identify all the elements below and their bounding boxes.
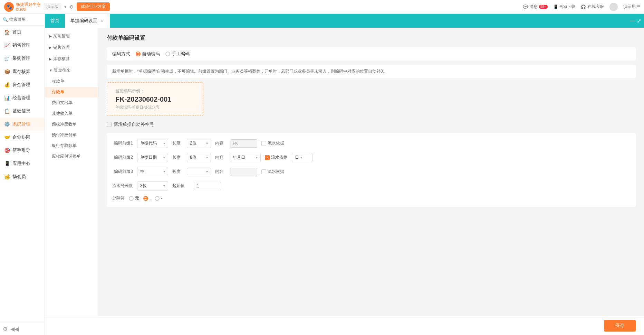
inventory-icon: 📦 — [4, 69, 10, 74]
sidebar-item-basic[interactable]: 📋 基础信息 — [0, 104, 45, 118]
sub-item-ap-adjustment[interactable]: 应收应付调整单 — [45, 151, 98, 162]
tab-bar-actions: — ⤢ — [630, 18, 644, 24]
auto-encode-radio-circle — [136, 52, 141, 56]
home-icon: 🏠 — [4, 29, 10, 35]
save-button[interactable]: 保存 — [604, 320, 636, 332]
prefix1-select[interactable]: 单据代码 ▾ — [137, 139, 168, 148]
prefix2-content-select[interactable]: 年月日 ▾ — [230, 153, 261, 162]
member-icon: 👑 — [4, 174, 10, 179]
logo: 🐾 畅捷通好生意 旗舰版 — [4, 2, 41, 12]
prefix3-length-select[interactable]: ▾ — [187, 168, 211, 175]
sub-item-payment[interactable]: 付款单 — [45, 87, 98, 97]
prefix3-select[interactable]: 空 ▾ — [137, 167, 168, 176]
sidebar-item-member[interactable]: 👑 畅会员 — [0, 170, 45, 183]
auto-fill-label: 新增单据自动补空号 — [114, 121, 154, 128]
prefix1-serial-checkbox[interactable]: 流水依据 — [261, 140, 284, 146]
prefix1-row: 编码前缀1 单据代码 ▾ 长度 2位 ▾ 内容 — [112, 139, 630, 148]
prefix3-content-label: 内容 — [215, 169, 225, 175]
prefix3-length-label: 长度 — [172, 169, 183, 175]
sub-group-inventory-header[interactable]: ▶ 库存核算 — [45, 53, 98, 65]
prefix3-select-arrow: ▾ — [163, 170, 165, 174]
sub-group-sales: ▶ 销售管理 — [45, 42, 98, 53]
tab-minimize-icon[interactable]: — — [630, 18, 635, 24]
company-selector[interactable]: 演示版 — [44, 3, 61, 10]
page-content: ▶ 采购管理 ▶ 销售管理 ▶ 库存核算 — [45, 28, 644, 316]
prefix2-length-select[interactable]: 8位 ▾ — [187, 153, 211, 162]
page-footer: 保存 — [45, 316, 644, 335]
tab-maximize-icon[interactable]: ⤢ — [637, 18, 641, 24]
sub-group-purchase-header[interactable]: ▶ 采购管理 — [45, 30, 98, 42]
prefix1-length-select[interactable]: 2位 ▾ — [187, 139, 211, 148]
prefix1-label: 编码前缀1 — [112, 140, 133, 146]
serial-length-label: 流水号长度 — [112, 183, 133, 189]
avatar[interactable] — [609, 3, 618, 11]
collapse-icon[interactable]: ◀◀ — [10, 326, 19, 332]
sub-group-sales-header[interactable]: ▶ 销售管理 — [45, 42, 98, 53]
sub-group-funds-header[interactable]: ▼ 资金往来 — [45, 65, 98, 76]
sidebar-item-operation[interactable]: 📊 经营管理 — [0, 91, 45, 104]
sidebar-item-sales[interactable]: 📈 销售管理 — [0, 39, 45, 52]
sidebar-item-guide[interactable]: 🎯 新手引导 — [0, 144, 45, 157]
sub-item-expense[interactable]: 费用支出单 — [45, 97, 98, 108]
serial-start-label: 起始值 — [172, 183, 190, 189]
prefix2-serial-checkbox[interactable]: ✓ 流水依据 — [265, 155, 288, 160]
form-grid: 编码前缀1 单据代码 ▾ 长度 2位 ▾ 内容 — [107, 133, 636, 207]
tab-encoding[interactable]: 单据编码设置 × — [65, 14, 110, 28]
app-download-btn[interactable]: 📱 App下载 — [553, 4, 575, 10]
message-btn[interactable]: 💬 消息 99+ — [523, 4, 548, 10]
auto-encode-radio[interactable]: 自动编码 — [136, 51, 160, 57]
separator-dash-option[interactable]: - — [155, 196, 162, 201]
prefix1-content-input[interactable] — [230, 139, 257, 148]
search-icon: 🔍 — [3, 17, 8, 22]
sidebar-item-system[interactable]: ⚙️ 系统管理 — [0, 118, 45, 131]
prefix3-serial-checkbox-box — [261, 169, 266, 174]
auto-fill-checkbox[interactable] — [107, 122, 112, 127]
message-icon: 💬 — [523, 4, 528, 9]
tab-close-encoding[interactable]: × — [99, 18, 104, 23]
prefix3-serial-checkbox[interactable]: 流水依据 — [261, 169, 284, 175]
encoding-method-label: 编码方式 — [112, 51, 130, 57]
user-name[interactable]: 演示用户 — [623, 4, 640, 10]
sub-sidebar: ▶ 采购管理 ▶ 销售管理 ▶ 库存核算 — [45, 28, 98, 316]
sub-item-bank-deposit[interactable]: 银行存取款单 — [45, 140, 98, 151]
sidebar-item-enterprise[interactable]: 🤝 企业协同 — [0, 131, 45, 144]
sidebar-item-inventory[interactable]: 📦 库存核算 — [0, 65, 45, 78]
service-btn[interactable]: 🎧 在线客服 — [581, 4, 604, 10]
settings-icon[interactable]: ⚙ — [69, 4, 74, 10]
prefix2-period-select[interactable]: 日 ▾ — [292, 153, 313, 162]
sub-group-inventory: ▶ 库存核算 — [45, 53, 98, 65]
code-preview: 当前编码示例： FK-20230602-001 单据代码-单据日期-流水号 — [107, 82, 203, 116]
prefix1-serial-checkbox-box — [261, 141, 266, 146]
arrow-down-icon: ▼ — [49, 68, 52, 72]
prefix2-row: 编码前缀2 单据日期 ▾ 长度 8位 ▾ 内容 年月日 — [112, 153, 630, 162]
topbar: 🐾 畅捷通好生意 旗舰版 演示版 ▾ ⚙ 体验行业方案 💬 消息 99+ 📱 A… — [0, 0, 644, 14]
dropdown-icon[interactable]: ▾ — [64, 4, 67, 9]
industry-btn[interactable]: 体验行业方案 — [77, 2, 110, 11]
serial-length-arrow: ▾ — [163, 184, 165, 188]
search-menu-btn[interactable]: 🔍 搜索菜单 — [0, 14, 45, 26]
settings-bottom-icon[interactable]: ⚙ — [3, 326, 8, 332]
sub-item-prepay-receivable[interactable]: 预收冲应收单 — [45, 119, 98, 130]
separator-dot-option[interactable]: . — [143, 196, 151, 201]
serial-length-select[interactable]: 3位 ▾ — [137, 181, 168, 190]
sub-item-other-income[interactable]: 其他收入单 — [45, 108, 98, 119]
sub-item-prepay-payable[interactable]: 预付冲应付单 — [45, 130, 98, 140]
sidebar-item-purchase[interactable]: 🛒 采购管理 — [0, 52, 45, 65]
sidebar-item-apps[interactable]: 📱 应用中心 — [0, 157, 45, 170]
separator-none-option[interactable]: 无 — [129, 195, 139, 201]
sidebar-bottom: ⚙ ◀◀ — [0, 323, 45, 335]
serial-row: 流水号长度 3位 ▾ 起始值 — [112, 181, 630, 190]
sidebar-item-finance[interactable]: 💰 资金管理 — [0, 78, 45, 91]
prefix3-content-input[interactable] — [230, 168, 257, 176]
service-icon: 🎧 — [581, 4, 586, 9]
form-area: 付款单编码设置 编码方式 自动编码 手工编码 — [98, 28, 644, 316]
purchase-icon: 🛒 — [4, 56, 10, 61]
content-area: 首页 单据编码设置 × — ⤢ ▶ 采购管理 — [45, 14, 644, 335]
tab-home[interactable]: 首页 — [45, 14, 65, 28]
serial-start-input[interactable] — [194, 182, 221, 190]
sub-group-purchase: ▶ 采购管理 — [45, 30, 98, 42]
manual-encode-radio[interactable]: 手工编码 — [165, 51, 190, 57]
sub-item-receipt[interactable]: 收款单 — [45, 76, 98, 87]
prefix2-select[interactable]: 单据日期 ▾ — [137, 153, 168, 162]
sidebar-item-home[interactable]: 🏠 首页 — [0, 26, 45, 39]
